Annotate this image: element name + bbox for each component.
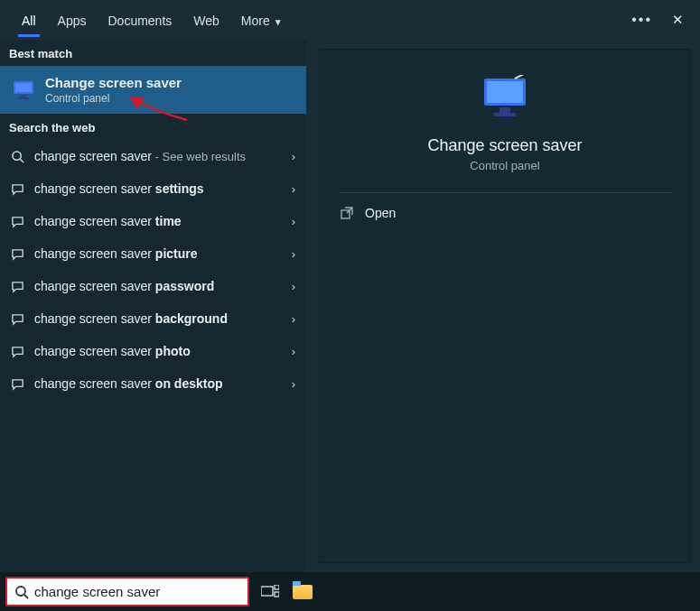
open-label: Open (365, 206, 396, 220)
section-search-web: Search the web (0, 114, 306, 140)
task-view-icon[interactable] (258, 580, 282, 604)
best-match-result[interactable]: Change screen saver Control panel (0, 66, 306, 114)
close-icon[interactable]: ✕ (672, 12, 684, 28)
svg-rect-3 (18, 97, 29, 99)
web-result[interactable]: change screen saver picture › (0, 237, 306, 270)
divider (339, 192, 672, 193)
web-result[interactable]: change screen saver - See web results › (0, 140, 306, 172)
web-result-text: change screen saver picture (34, 246, 283, 261)
svg-line-13 (24, 595, 28, 598)
open-action[interactable]: Open (340, 206, 396, 220)
chevron-right-icon: › (292, 312, 295, 326)
detail-title: Change screen saver (427, 136, 582, 155)
detail-subtitle: Control panel (470, 159, 539, 172)
search-input[interactable] (34, 584, 240, 599)
svg-rect-14 (261, 587, 273, 596)
web-result-text: change screen saver time (34, 214, 283, 228)
tab-more[interactable]: More▼ (230, 5, 294, 36)
file-explorer-icon[interactable] (291, 580, 314, 604)
chevron-right-icon: › (292, 280, 295, 293)
web-result[interactable]: change screen saver password › (0, 270, 306, 302)
svg-rect-15 (275, 585, 279, 589)
chat-icon (9, 245, 25, 262)
web-result[interactable]: change screen saver photo › (0, 335, 306, 367)
results-column: Best match Change screen saver Control p… (0, 40, 306, 572)
monitor-icon (11, 78, 36, 103)
chevron-right-icon: › (292, 182, 295, 196)
open-icon (340, 206, 354, 220)
web-result-text: change screen saver on desktop (34, 376, 283, 391)
chevron-right-icon: › (292, 215, 295, 228)
chat-icon (9, 343, 25, 359)
web-result[interactable]: change screen saver time › (0, 205, 306, 237)
web-result[interactable]: change screen saver background › (0, 302, 306, 335)
svg-rect-16 (275, 592, 279, 597)
taskbar-search[interactable] (5, 577, 249, 606)
chat-icon (9, 310, 25, 327)
web-result[interactable]: change screen saver settings › (0, 172, 306, 205)
web-results-list: change screen saver - See web results › … (0, 140, 306, 400)
svg-rect-10 (494, 113, 516, 116)
search-icon (14, 585, 29, 599)
chevron-right-icon: › (292, 377, 295, 391)
chevron-down-icon: ▼ (274, 17, 283, 27)
best-match-subtitle: Control panel (45, 92, 182, 105)
svg-line-8 (515, 75, 526, 79)
chat-icon (9, 278, 25, 294)
web-result[interactable]: change screen saver on desktop › (0, 367, 306, 400)
svg-line-5 (20, 159, 23, 162)
svg-rect-9 (499, 107, 510, 113)
tab-all[interactable]: All (11, 5, 47, 36)
scope-tabs: All Apps Documents Web More▼ ••• ✕ (0, 0, 700, 40)
detail-pane: Change screen saver Control panel Open (319, 49, 691, 563)
chat-icon (9, 375, 25, 392)
svg-point-4 (12, 151, 20, 159)
web-result-text: change screen saver photo (34, 344, 283, 358)
svg-rect-2 (21, 95, 26, 97)
chevron-right-icon: › (292, 247, 295, 261)
tab-more-label: More (241, 14, 270, 28)
web-result-text: change screen saver - See web results (34, 149, 283, 163)
svg-rect-7 (487, 81, 523, 103)
section-best-match: Best match (0, 40, 306, 66)
monitor-large-icon (479, 75, 531, 122)
svg-point-12 (16, 587, 25, 596)
search-icon (9, 148, 25, 164)
tab-apps[interactable]: Apps (47, 5, 98, 36)
detail-column: Change screen saver Control panel Open (306, 40, 700, 572)
best-match-title: Change screen saver (45, 75, 182, 90)
tab-web[interactable]: Web (182, 5, 230, 36)
taskbar (0, 572, 700, 611)
chat-icon (9, 213, 25, 229)
chevron-right-icon: › (292, 345, 295, 358)
more-options-icon[interactable]: ••• (631, 12, 652, 28)
web-result-text: change screen saver password (34, 279, 283, 293)
svg-rect-1 (15, 83, 32, 92)
tab-documents[interactable]: Documents (97, 5, 182, 36)
web-result-text: change screen saver background (34, 311, 283, 326)
web-result-text: change screen saver settings (34, 181, 283, 196)
chevron-right-icon: › (292, 150, 295, 163)
chat-icon (9, 181, 25, 197)
